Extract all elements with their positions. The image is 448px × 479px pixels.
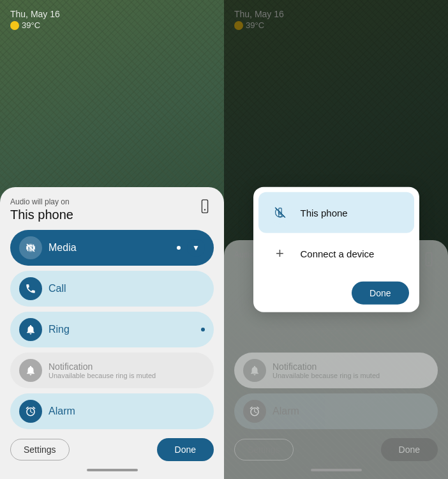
call-label: Call bbox=[49, 283, 205, 294]
left-phone-panel: Thu, May 16 39°C Audio will play on This… bbox=[0, 0, 224, 479]
call-icon bbox=[19, 277, 42, 300]
svg-rect-0 bbox=[202, 200, 207, 213]
notification-sublabel-right: Unavailable because ring is muted bbox=[273, 372, 429, 379]
ring-label: Ring bbox=[49, 324, 195, 335]
svg-line-11 bbox=[276, 208, 285, 217]
notification-label-right: Notification bbox=[273, 361, 429, 372]
notification-icon-right bbox=[243, 359, 266, 382]
right-phone-panel: Thu, May 16 39°C Audio will play on bbox=[224, 0, 448, 479]
audio-device-left: This phone bbox=[10, 208, 73, 222]
bottom-actions-right-dimmed: Settings Done bbox=[234, 436, 438, 464]
alarm-icon bbox=[19, 400, 42, 423]
phone-icon-right bbox=[420, 250, 438, 268]
media-arrow[interactable]: ▼ bbox=[187, 239, 205, 257]
weather-left: 39°C bbox=[10, 20, 214, 30]
alarm-icon-right bbox=[243, 400, 266, 423]
call-row[interactable]: Call bbox=[10, 271, 214, 307]
svg-line-5 bbox=[27, 244, 34, 252]
alarm-label: Alarm bbox=[49, 406, 205, 417]
media-label: Media bbox=[49, 242, 170, 254]
popup-connect-label: Connect a device bbox=[301, 248, 375, 259]
done-button-left[interactable]: Done bbox=[157, 438, 214, 461]
temperature-left: 39°C bbox=[22, 20, 40, 30]
bottom-actions-left: Settings Done bbox=[10, 436, 214, 464]
settings-button-right: Settings bbox=[234, 439, 294, 460]
popup-done-button[interactable]: Done bbox=[352, 282, 408, 305]
home-indicator-left bbox=[87, 469, 138, 471]
sun-icon-left bbox=[10, 21, 19, 30]
home-indicator-right bbox=[311, 469, 362, 471]
svg-rect-6 bbox=[426, 253, 431, 266]
plus-icon: + bbox=[269, 242, 292, 265]
status-bar-left: Thu, May 16 39°C bbox=[0, 0, 224, 33]
phone-icon-left bbox=[196, 197, 214, 215]
audio-label-left: Audio will play on bbox=[10, 197, 73, 206]
media-icon bbox=[19, 236, 42, 259]
notification-label: Notification bbox=[49, 361, 205, 372]
popup-this-phone[interactable]: This phone bbox=[258, 192, 414, 233]
notification-row: Notification Unavailable because ring is… bbox=[10, 353, 214, 388]
notification-row-right: Notification Unavailable because ring is… bbox=[234, 353, 438, 388]
alarm-row[interactable]: Alarm bbox=[10, 393, 214, 429]
ring-dot bbox=[201, 328, 205, 331]
popup-done-row: Done bbox=[258, 279, 414, 307]
date-left: Thu, May 16 bbox=[10, 9, 214, 19]
popup-connect-device[interactable]: + Connect a device bbox=[258, 233, 414, 274]
notification-text-right: Notification Unavailable because ring is… bbox=[273, 361, 429, 379]
media-dot bbox=[177, 246, 181, 250]
settings-button-left[interactable]: Settings bbox=[10, 439, 70, 460]
ring-row[interactable]: Ring bbox=[10, 312, 214, 347]
device-popup: This phone + Connect a device Done bbox=[253, 187, 419, 312]
alarm-row-right: Alarm bbox=[234, 393, 438, 429]
ring-icon bbox=[19, 318, 42, 341]
media-row[interactable]: Media ▼ bbox=[10, 230, 214, 266]
bottom-sheet-left: Audio will play on This phone bbox=[0, 187, 224, 479]
notification-icon bbox=[19, 359, 42, 382]
audio-header-left: Audio will play on This phone bbox=[10, 197, 214, 222]
done-button-right-dimmed: Done bbox=[381, 438, 438, 461]
popup-this-phone-label: This phone bbox=[301, 207, 348, 218]
alarm-label-right: Alarm bbox=[273, 406, 429, 417]
notification-sublabel: Unavailable because ring is muted bbox=[49, 372, 205, 379]
popup-phone-icon bbox=[269, 201, 292, 224]
notification-text: Notification Unavailable because ring is… bbox=[49, 361, 205, 379]
